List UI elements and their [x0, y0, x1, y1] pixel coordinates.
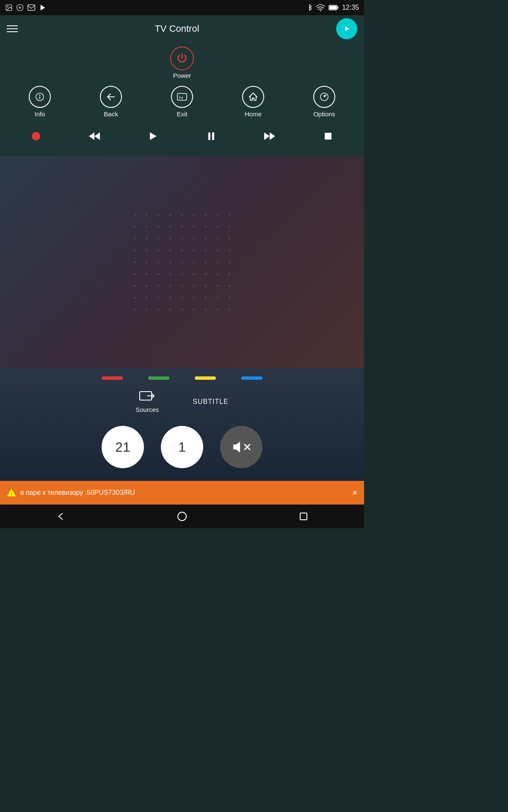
bluetooth-icon: [306, 4, 312, 11]
image-icon: [5, 4, 13, 11]
color-buttons-row: [0, 376, 364, 380]
playstore-icon: [39, 4, 47, 11]
top-bar: TV Control: [0, 15, 364, 42]
nav-buttons-row: Info Back TV Exit: [0, 86, 364, 118]
android-nav-bar: [0, 505, 364, 528]
android-home-button[interactable]: [169, 505, 195, 528]
back-button[interactable]: Back: [100, 86, 122, 118]
info-label: Info: [34, 110, 45, 118]
android-recents-button[interactable]: [291, 505, 316, 528]
svg-rect-19: [208, 132, 210, 140]
wifi-icon: [316, 4, 325, 11]
exit-button[interactable]: TV Exit: [171, 86, 193, 118]
svg-rect-5: [28, 5, 35, 10]
status-icons-left: [5, 4, 47, 11]
time-display: 12:35: [342, 4, 359, 11]
toast-close-button[interactable]: ×: [352, 488, 357, 498]
dpad-dots: [130, 211, 234, 314]
channel-1-button[interactable]: 1: [161, 426, 203, 468]
power-label: Power: [173, 72, 191, 79]
menu-button[interactable]: [7, 25, 18, 32]
tag-icon: [16, 4, 24, 11]
svg-point-1: [7, 6, 8, 7]
svg-point-18: [32, 132, 40, 140]
play-button[interactable]: [143, 126, 163, 146]
back-label: Back: [104, 110, 118, 118]
record-button[interactable]: [26, 126, 46, 146]
control-panel: Power Info Back: [0, 42, 364, 156]
rewind-button[interactable]: [84, 126, 105, 146]
home-label: Home: [245, 110, 262, 118]
svg-rect-11: [39, 96, 40, 99]
channel-21-button[interactable]: 21: [102, 426, 144, 468]
fastforward-button[interactable]: [260, 126, 280, 146]
svg-rect-27: [300, 513, 307, 520]
warning-icon: !: [7, 488, 16, 497]
blue-color-button[interactable]: [241, 376, 262, 380]
sources-subtitle-row: Sources SUBTITLE: [0, 390, 364, 413]
battery-icon: [329, 4, 339, 11]
top-play-button[interactable]: [336, 18, 357, 39]
info-button[interactable]: Info: [29, 86, 51, 118]
red-color-button[interactable]: [102, 376, 123, 380]
sources-button[interactable]: Sources: [135, 390, 159, 413]
bottom-controls: Sources SUBTITLE 21 1: [0, 368, 364, 481]
exit-label: Exit: [177, 110, 187, 118]
subtitle-button[interactable]: SUBTITLE: [193, 398, 228, 406]
dpad-area[interactable]: [0, 156, 364, 368]
media-controls-row: [0, 124, 364, 150]
app-title: TV Control: [155, 23, 199, 34]
gmail-icon: [27, 4, 36, 11]
svg-rect-20: [212, 132, 214, 140]
svg-point-10: [39, 95, 41, 96]
options-button[interactable]: Options: [313, 86, 335, 118]
green-color-button[interactable]: [148, 376, 169, 380]
toast-content: ! в паре к телевизору :50PUS7303/RU: [7, 488, 135, 497]
status-icons-right: 12:35: [306, 4, 359, 11]
status-bar: 12:35: [0, 0, 364, 15]
options-label: Options: [313, 110, 335, 118]
toast-message: в паре к телевизору :50PUS7303/RU: [20, 489, 135, 497]
svg-point-26: [178, 512, 186, 521]
home-button[interactable]: Home: [242, 86, 264, 118]
svg-text:!: !: [11, 492, 12, 496]
power-section: Power: [0, 47, 364, 79]
power-button[interactable]: [170, 47, 194, 70]
toast-banner: ! в паре к телевизору :50PUS7303/RU ×: [0, 481, 364, 505]
svg-text:TV: TV: [179, 96, 183, 100]
mute-button[interactable]: [220, 426, 262, 468]
android-back-button[interactable]: [48, 505, 73, 528]
svg-rect-21: [325, 133, 331, 140]
svg-rect-9: [329, 6, 337, 9]
stop-button[interactable]: [318, 126, 338, 146]
yellow-color-button[interactable]: [195, 376, 216, 380]
svg-point-6: [320, 10, 321, 11]
pause-button[interactable]: [201, 126, 221, 146]
svg-rect-8: [337, 6, 338, 9]
sources-label: Sources: [135, 406, 159, 413]
number-buttons-row: 21 1: [0, 426, 364, 472]
